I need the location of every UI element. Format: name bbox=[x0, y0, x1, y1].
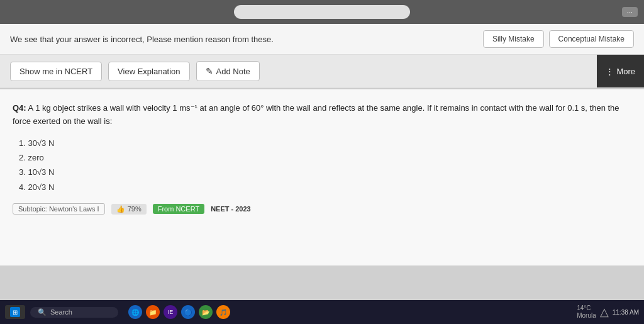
option-1[interactable]: 1. 30√3 N bbox=[19, 136, 631, 150]
silly-mistake-button[interactable]: Silly Mistake bbox=[483, 30, 544, 48]
options-list: 1. 30√3 N 2. zero 3. 10√3 N 4. 20√3 N bbox=[19, 136, 631, 195]
conceptual-mistake-button[interactable]: Conceptual Mistake bbox=[549, 30, 634, 48]
option-3[interactable]: 3. 10√3 N bbox=[19, 165, 631, 179]
notification-bar: We see that your answer is incorrect, Pl… bbox=[0, 24, 644, 55]
top-bar: ··· bbox=[0, 0, 644, 24]
taskbar-app-6[interactable]: 🎵 bbox=[216, 305, 230, 319]
notification-area-icon: △ bbox=[600, 305, 609, 319]
start-button[interactable]: ⊞ bbox=[5, 305, 25, 319]
taskbar-app-4[interactable]: 🔵 bbox=[181, 305, 195, 319]
explanation-label: View Explanation bbox=[118, 67, 180, 76]
browser-search-bar[interactable] bbox=[234, 5, 410, 19]
exam-tag: NEET - 2023 bbox=[211, 205, 251, 213]
ncert-tag: From NCERT bbox=[153, 204, 204, 214]
taskbar-right: 14°C Morula △ 11:38 AM bbox=[577, 304, 639, 320]
notification-text: We see that your answer is incorrect, Pl… bbox=[10, 35, 274, 44]
search-icon: 🔍 bbox=[38, 308, 47, 316]
taskbar: ⊞ 🔍 Search 🌐 📁 IE 🔵 📂 🎵 14°C Morula △ 11… bbox=[0, 300, 644, 324]
top-bar-controls: ··· bbox=[622, 7, 638, 17]
question-label: Q4: bbox=[13, 103, 26, 113]
tags-bar: Subtopic: Newton's Laws I 👍 79% From NCE… bbox=[13, 203, 631, 215]
taskbar-app-3[interactable]: IE bbox=[164, 305, 177, 319]
taskbar-app-5[interactable]: 📂 bbox=[199, 305, 213, 319]
option-2[interactable]: 2. zero bbox=[19, 150, 631, 165]
view-explanation-button[interactable]: View Explanation bbox=[108, 62, 190, 81]
taskbar-search-label: Search bbox=[50, 308, 72, 316]
accuracy-value: 79% bbox=[128, 205, 142, 213]
question-body: A 1 kg object strikes a wall with veloci… bbox=[13, 103, 619, 126]
more-button[interactable]: ⋮ More bbox=[597, 55, 644, 87]
temperature: 14°C bbox=[577, 304, 591, 312]
taskbar-apps: 🌐 📁 IE 🔵 📂 🎵 bbox=[128, 305, 230, 319]
location: Morula bbox=[577, 312, 596, 320]
question-text: Q4: A 1 kg object strikes a wall with ve… bbox=[13, 102, 631, 128]
accuracy-tag: 👍 79% bbox=[111, 204, 147, 215]
note-icon: ✎ bbox=[206, 66, 213, 76]
top-bar-btn-1[interactable]: ··· bbox=[622, 7, 638, 17]
ncert-label: Show me in NCERT bbox=[19, 67, 92, 76]
show-ncert-button[interactable]: Show me in NCERT bbox=[10, 62, 102, 81]
subtopic-tag: Subtopic: Newton's Laws I bbox=[13, 203, 105, 215]
taskbar-app-1[interactable]: 🌐 bbox=[128, 305, 142, 319]
note-label: Add Note bbox=[216, 67, 250, 76]
taskbar-search[interactable]: 🔍 Search bbox=[30, 307, 118, 318]
add-note-button[interactable]: ✎ Add Note bbox=[196, 61, 260, 81]
notification-buttons: Silly Mistake Conceptual Mistake bbox=[483, 30, 634, 48]
more-label: More bbox=[616, 67, 635, 76]
weather-widget: 14°C Morula bbox=[577, 304, 596, 320]
windows-icon: ⊞ bbox=[10, 307, 20, 317]
action-bar: Show me in NCERT View Explanation ✎ Add … bbox=[0, 55, 644, 88]
more-dots: ⋮ bbox=[606, 67, 614, 76]
thumb-icon: 👍 bbox=[116, 205, 125, 213]
taskbar-app-2[interactable]: 📁 bbox=[146, 305, 160, 319]
question-area: Q4: A 1 kg object strikes a wall with ve… bbox=[0, 89, 644, 265]
option-4[interactable]: 4. 20√3 N bbox=[19, 180, 631, 194]
taskbar-time: 11:38 AM bbox=[613, 309, 639, 316]
